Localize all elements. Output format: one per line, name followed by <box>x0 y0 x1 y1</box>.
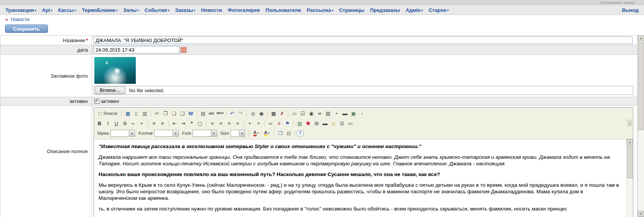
browse-button[interactable]: Browse… <box>95 86 125 94</box>
toolbar-collapse-button[interactable]: ▴ <box>628 120 632 126</box>
editor-scrollbar[interactable]: ▲ ▼ <box>626 139 633 217</box>
anchor-icon[interactable]: ⚑ <box>283 119 292 127</box>
undo-icon[interactable]: ↶ <box>228 109 236 117</box>
remove-format-icon[interactable]: ✗ <box>278 109 286 117</box>
save-button[interactable]: Сохранить <box>5 24 48 33</box>
save-icon[interactable]: ▦ <box>124 109 132 117</box>
copy-icon[interactable]: ❐ <box>161 109 170 117</box>
nav-item-preorders[interactable]: Предзаказы <box>370 7 400 13</box>
dropdown-value[interactable]: ▾ <box>110 130 135 137</box>
size-dropdown[interactable]: Size▾ <box>221 130 245 137</box>
nav-item-halls[interactable]: Залы▾ <box>123 7 139 13</box>
nav-item-pages[interactable]: Страницы <box>339 7 364 13</box>
font-dropdown[interactable]: Font▾ <box>182 130 217 137</box>
textarea-icon[interactable]: ▤ <box>324 109 332 117</box>
format-dropdown[interactable]: Format▾ <box>138 130 178 137</box>
div-container-icon[interactable]: ▢ <box>196 119 204 127</box>
text-field-icon[interactable]: ab <box>316 109 324 117</box>
nav-item-mailing[interactable]: Рассылка▾ <box>307 7 333 13</box>
nav-item-orders[interactable]: Заказы▾ <box>175 7 195 13</box>
paste-icon[interactable]: ❏ <box>170 109 178 117</box>
numbered-list-icon[interactable]: ≡ <box>150 119 158 127</box>
nav-item-thermo-blanks[interactable]: ТермоБланки▾ <box>82 7 117 13</box>
file-input[interactable]: Browse… No file selected. <box>94 86 633 95</box>
new-page-icon[interactable]: ▯ <box>132 109 140 117</box>
align-left-icon[interactable]: ≡ <box>208 119 216 127</box>
bold-icon[interactable]: B <box>96 119 104 127</box>
redo-icon[interactable]: ↷ <box>237 109 245 117</box>
logout-link[interactable]: Выход <box>622 7 639 13</box>
preview-icon[interactable]: ▥ <box>141 109 149 117</box>
nav-item-cash-desks[interactable]: Кассы▾ <box>58 7 76 13</box>
page-scroll-track[interactable] <box>638 41 644 211</box>
increase-indent-icon[interactable]: ⇥ <box>179 119 187 127</box>
title-input[interactable] <box>94 36 632 44</box>
styles-dropdown[interactable]: Styles▾ <box>97 130 135 137</box>
horizontal-rule-icon[interactable]: ▬ <box>321 119 329 127</box>
dropdown-value[interactable]: ▾ <box>193 130 217 137</box>
editor-scroll-up-button[interactable]: ▲ <box>627 139 633 145</box>
hidden-field-icon[interactable]: ▫ <box>358 109 366 117</box>
background-color-icon[interactable]: A▾ <box>262 129 272 137</box>
decrease-indent-icon[interactable]: ⇤ <box>171 119 179 127</box>
paste-text-icon[interactable]: ❑ <box>178 109 186 117</box>
about-icon[interactable]: ? <box>297 131 303 136</box>
blockquote-icon[interactable]: ❝ <box>188 119 196 127</box>
superscript-icon[interactable]: x² <box>138 119 146 127</box>
italic-icon[interactable]: I <box>104 119 112 127</box>
paste-from-word-icon[interactable]: W <box>187 109 195 117</box>
nav-item-users[interactable]: Пользователи <box>265 7 301 13</box>
align-center-icon[interactable]: ≡ <box>217 119 225 127</box>
page-scrollbar[interactable]: ▲ ▼ <box>637 35 644 217</box>
text-direction-rtl-icon[interactable]: ‹¶ <box>254 119 262 127</box>
table-icon[interactable]: ⊞ <box>313 119 321 127</box>
calendar-icon[interactable] <box>181 47 186 53</box>
subscript-icon[interactable]: x₂ <box>129 119 137 127</box>
dropdown-value[interactable]: ▾ <box>154 130 179 137</box>
flash-icon[interactable]: ✽ <box>304 119 312 127</box>
select-field-icon[interactable]: ▼ <box>333 109 341 117</box>
image-button-icon[interactable]: ▣ <box>349 109 357 117</box>
show-blocks-icon[interactable]: ⊡ <box>285 129 293 137</box>
nav-item-old[interactable]: Старое▾ <box>428 7 448 13</box>
smiley-icon[interactable]: ☺ <box>329 119 338 127</box>
bulleted-list-icon[interactable]: ≡ <box>158 119 166 127</box>
spell-check-icon[interactable]: ABC <box>208 109 216 117</box>
breadcrumb-link-news[interactable]: Новости <box>11 17 29 22</box>
print-icon[interactable]: ▤ <box>199 109 207 117</box>
editor-content[interactable]: "Известная певица рассказала в эксклюзив… <box>94 139 626 217</box>
nav-item-events[interactable]: События▾ <box>145 7 169 13</box>
special-character-icon[interactable]: Ω <box>338 119 346 127</box>
strikethrough-icon[interactable]: S <box>121 119 129 127</box>
justify-icon[interactable]: ≡ <box>234 119 242 127</box>
image-icon[interactable]: ▧ <box>296 119 304 127</box>
spell-check-as-you-type-icon[interactable]: ABC▾ <box>216 109 224 117</box>
checkbox-icon[interactable]: ☑ <box>299 109 307 117</box>
unlink-icon[interactable]: ≠ <box>275 119 283 127</box>
editor-scroll-track[interactable] <box>627 145 633 217</box>
date-input[interactable] <box>94 46 180 54</box>
select-all-icon[interactable]: ▩ <box>270 109 278 117</box>
source-button[interactable]: ▢Source <box>96 109 120 117</box>
nav-item-api[interactable]: Api▾ <box>42 7 53 13</box>
align-right-icon[interactable]: ≡ <box>225 119 233 127</box>
button-icon[interactable]: ▬ <box>341 109 349 117</box>
page-scroll-up-button[interactable]: ▲ <box>638 35 644 41</box>
radio-button-icon[interactable]: ◉ <box>307 109 315 117</box>
cut-icon[interactable]: ✂ <box>153 109 161 117</box>
nav-item-photo-gallery[interactable]: Фотогалерея <box>228 7 260 13</box>
text-direction-ltr-icon[interactable]: ¶› <box>246 119 254 127</box>
page-break-icon[interactable]: ▭ <box>346 119 354 127</box>
page-scroll-down-button[interactable]: ▼ <box>638 211 644 217</box>
underline-icon[interactable]: U <box>112 119 120 127</box>
editor-scroll-thumb[interactable] <box>627 146 632 178</box>
active-checkbox[interactable] <box>94 99 99 104</box>
nav-item-news[interactable]: Новости <box>201 7 222 13</box>
page-scroll-thumb[interactable] <box>638 42 644 130</box>
nav-item-transactions[interactable]: Транзакции▾ <box>5 7 36 13</box>
link-icon[interactable]: ∞ <box>267 119 275 127</box>
maximize-icon[interactable]: ❒ <box>276 129 284 137</box>
dropdown-value[interactable]: ▾ <box>231 130 245 137</box>
nav-item-admin[interactable]: Адмін▾ <box>406 7 423 13</box>
text-color-icon[interactable]: A▾ <box>251 129 261 137</box>
